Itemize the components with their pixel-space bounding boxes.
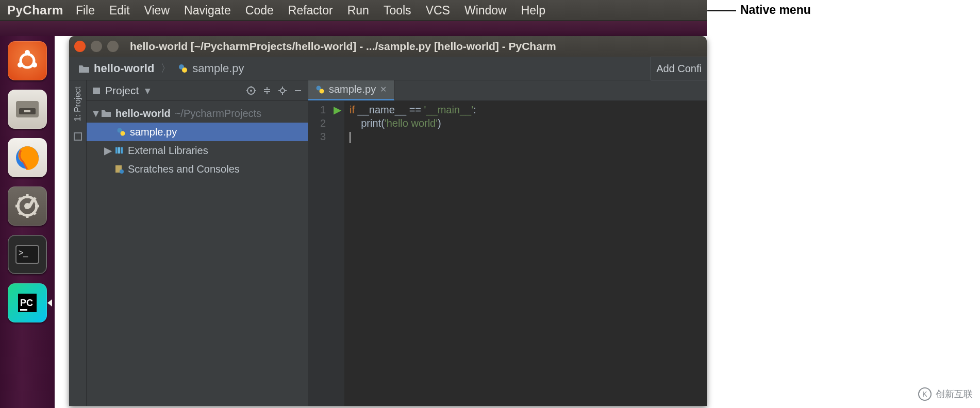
tree-external-libraries[interactable]: ▶ External Libraries: [87, 141, 308, 160]
menu-navigate[interactable]: Navigate: [177, 4, 238, 18]
code-text: ): [438, 117, 441, 129]
folder-icon: [101, 109, 111, 117]
editor-tabs: sample.py ✕: [308, 80, 707, 101]
menu-help[interactable]: Help: [514, 4, 553, 18]
line-number: 2: [308, 116, 326, 130]
line-number-gutter: 1 2 3: [308, 101, 330, 406]
ubuntu-dock: >_ PC: [0, 36, 55, 408]
run-line-icon[interactable]: ▶: [330, 103, 344, 116]
dock-firefox-icon[interactable]: [8, 138, 47, 177]
tree-root-label: hello-world: [115, 108, 171, 120]
editor-body[interactable]: 1 2 3 ▶ if __name__ == '__main__': print…: [308, 101, 707, 406]
window-minimize-button[interactable]: [91, 41, 102, 52]
run-gutter: ▶: [330, 101, 344, 406]
tool-window-stripe: 1: Project: [69, 80, 87, 406]
menu-tools[interactable]: Tools: [376, 4, 419, 18]
menu-refactor[interactable]: Refactor: [281, 4, 340, 18]
pycharm-window: hello-world [~/PycharmProjects/hello-wor…: [69, 36, 707, 406]
line-number: 3: [308, 130, 326, 143]
breadcrumb-bar: hello-world 〉 sample.py Add Confi: [69, 57, 707, 80]
watermark: K 创新互联: [918, 387, 973, 401]
menu-window[interactable]: Window: [457, 4, 514, 18]
project-header: Project ▾: [87, 80, 308, 101]
dock-files-icon[interactable]: [8, 90, 47, 129]
settings-gear-icon[interactable]: [278, 86, 287, 95]
breadcrumb-separator: 〉: [160, 61, 172, 76]
code-text: __name__ ==: [355, 104, 424, 115]
tree-scratches[interactable]: ▶ Scratches and Consoles: [87, 160, 308, 178]
svg-point-1: [25, 50, 30, 55]
close-tab-icon[interactable]: ✕: [380, 84, 387, 94]
svg-rect-26: [74, 133, 81, 140]
editor-area: sample.py ✕ 1 2 3 ▶ if __name__ == '__ma…: [308, 80, 707, 406]
window-title-bar: hello-world [~/PycharmProjects/hello-wor…: [69, 36, 707, 57]
tree-root-folder[interactable]: ▼ hello-world ~/PycharmProjects: [87, 104, 308, 123]
caret-right-icon: ▶: [104, 144, 110, 157]
line-number: 1: [308, 103, 326, 116]
project-tool-window: Project ▾ ▼: [87, 80, 308, 406]
svg-point-25: [182, 67, 187, 73]
menu-vcs[interactable]: VCS: [419, 4, 457, 18]
text-caret: [350, 132, 351, 143]
app-name: PyCharm: [0, 3, 69, 18]
menu-file[interactable]: File: [69, 4, 102, 18]
svg-point-29: [250, 90, 252, 92]
svg-line-15: [33, 212, 36, 214]
svg-rect-43: [118, 147, 120, 154]
svg-rect-23: [20, 309, 27, 311]
annotation-label: Native menu: [740, 3, 811, 17]
svg-point-0: [21, 54, 34, 67]
svg-point-2: [18, 62, 23, 67]
watermark-badge-icon: K: [918, 387, 932, 401]
tree-file-label: sample.py: [130, 126, 177, 138]
breadcrumb-file[interactable]: sample.py: [192, 62, 244, 75]
svg-text:>_: >_: [19, 248, 28, 258]
svg-rect-42: [115, 147, 118, 154]
project-tree: ▼ hello-world ~/PycharmProjects sample.p…: [87, 101, 308, 181]
python-file-icon: [117, 127, 126, 137]
dock-pycharm-icon[interactable]: PC: [8, 283, 47, 322]
code-string: 'hello world': [385, 117, 438, 129]
svg-point-3: [32, 62, 37, 67]
window-close-button[interactable]: [74, 41, 86, 52]
library-icon: [114, 146, 124, 155]
folder-icon: [78, 64, 90, 73]
collapse-all-icon[interactable]: [262, 86, 272, 95]
project-tool-button[interactable]: 1: Project: [73, 83, 82, 125]
python-file-icon: [178, 63, 188, 74]
tree-external-label: External Libraries: [128, 145, 208, 157]
python-file-icon: [315, 85, 325, 94]
menu-run[interactable]: Run: [340, 4, 376, 18]
svg-rect-6: [24, 110, 30, 112]
tree-file-sample[interactable]: sample.py: [87, 123, 308, 141]
menu-underbar: [0, 21, 707, 36]
menu-view[interactable]: View: [137, 4, 177, 18]
svg-point-46: [120, 169, 124, 174]
hide-panel-icon[interactable]: [293, 86, 303, 95]
menu-edit[interactable]: Edit: [102, 4, 137, 18]
tree-root-path: ~/PycharmProjects: [175, 108, 261, 120]
svg-point-41: [121, 131, 125, 136]
menu-code[interactable]: Code: [238, 4, 281, 18]
add-configuration-button[interactable]: Add Confi: [651, 57, 707, 80]
annotation-leader-line: [707, 10, 736, 11]
dock-settings-icon[interactable]: [8, 186, 47, 226]
svg-rect-39: [295, 90, 301, 91]
project-view-selector[interactable]: Project ▾: [92, 84, 240, 97]
scratches-icon: [114, 164, 124, 174]
code-text: [350, 117, 361, 129]
structure-tool-icon[interactable]: [73, 132, 82, 141]
window-maximize-button[interactable]: [107, 41, 119, 52]
locate-icon[interactable]: [246, 86, 256, 96]
code-content[interactable]: if __name__ == '__main__': print('hello …: [344, 101, 707, 406]
dock-terminal-icon[interactable]: >_: [8, 235, 47, 274]
editor-tab-sample[interactable]: sample.py ✕: [308, 80, 394, 100]
dropdown-caret-icon: ▾: [145, 84, 151, 97]
window-title-text: hello-world [~/PycharmProjects/hello-wor…: [130, 40, 556, 53]
breadcrumb-root[interactable]: hello-world: [94, 62, 154, 75]
dock-running-indicator: [47, 299, 52, 307]
svg-rect-27: [93, 88, 100, 94]
code-keyword: if: [350, 104, 355, 115]
dock-ubuntu-icon[interactable]: [8, 41, 47, 80]
native-menu-bar: PyCharm File Edit View Navigate Code Ref…: [0, 0, 707, 21]
